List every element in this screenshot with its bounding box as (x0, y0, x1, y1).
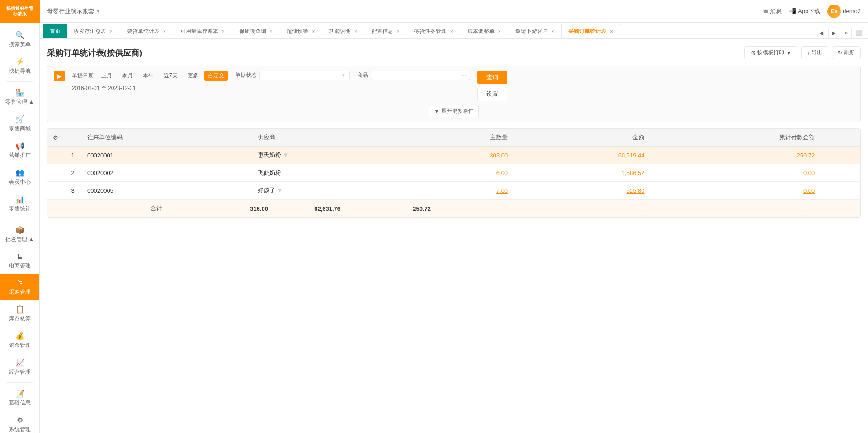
sidebar-item-basic[interactable]: 📝 基础信息 (0, 385, 39, 411)
sidebar-item-retail[interactable]: 🏪 零售管理 ▲ (0, 84, 39, 110)
paid-amount-link-1[interactable]: 259.72 (797, 152, 815, 159)
print-button[interactable]: 🖨 按模板打印 ▼ (744, 46, 797, 59)
table-row[interactable]: 1 00020001 惠氏奶粉 ▼ 303.00 60,519.44 (47, 147, 860, 164)
td-extra-2 (820, 164, 860, 182)
sidebar-item-retail-shop[interactable]: 🛒 零售商城 (0, 110, 39, 137)
marketing-icon: 📢 (15, 142, 24, 150)
date-shortcut-this-month[interactable]: 本月 (118, 71, 137, 81)
td-supplier-1: 惠氏奶粉 ▼ (252, 147, 407, 164)
export-button[interactable]: ↑ 导出 (801, 46, 828, 59)
tab-close-purchase-order-stats[interactable]: × (609, 28, 613, 35)
td-extra-1 (820, 147, 860, 164)
tab-overstock-warning[interactable]: 超储预警 × (280, 24, 322, 38)
page-content: 采购订单统计表(按供应商) 🖨 按模板打印 ▼ ↑ 导出 ↻ 刷新 (40, 39, 868, 433)
table-row[interactable]: 3 00020005 好孩子 ▼ 7.00 525.80 (47, 182, 860, 200)
sidebar-item-quick-nav[interactable]: ⚡ 快捷导航 (0, 53, 39, 80)
tab-scroll-left[interactable]: ◀ (816, 28, 826, 38)
footer-label: 合计 (151, 205, 205, 213)
account-switcher[interactable]: 母婴行业演示账套 ▼ (47, 7, 100, 15)
td-check-2[interactable] (47, 164, 64, 182)
topbar-left: 母婴行业演示账套 ▼ (47, 7, 100, 15)
tab-function-desc[interactable]: 功能说明 × (322, 24, 365, 38)
expand-more-button[interactable]: ▼ 展开更多条件 (429, 105, 479, 117)
sidebar-item-retail-stats[interactable]: 📊 零售统计 (0, 190, 39, 217)
td-check-1[interactable] (47, 147, 64, 164)
tab-cost-adjust[interactable]: 成本调整单 × (461, 24, 509, 38)
td-paid-amount-2: 0.00 (650, 164, 820, 182)
tab-purchase-order-stats[interactable]: 采购订单统计表 × (561, 24, 620, 38)
filter-toggle-arrow[interactable]: ▶ (54, 71, 65, 81)
date-shortcut-last-month[interactable]: 上月 (97, 71, 116, 81)
tab-close-invite-downstream[interactable]: × (551, 28, 555, 35)
data-table-wrapper: ⚙ 往来单位编码 供应商 主数量 金额 累计付款金额 (47, 128, 861, 218)
th-gear[interactable]: ⚙ (47, 129, 64, 147)
tab-close-expiry-query[interactable]: × (269, 28, 274, 35)
td-main-qty-2: 6.00 (407, 164, 514, 182)
date-shortcut-this-year[interactable]: 本年 (139, 71, 158, 81)
app-download-button[interactable]: 📲 App下载 (789, 7, 820, 15)
settings-button[interactable]: 设置 (477, 87, 507, 101)
amount-link-1[interactable]: 60,519.44 (618, 152, 645, 159)
message-button[interactable]: ✉ 消息 (763, 7, 782, 15)
amount-link-3[interactable]: 525.80 (627, 187, 645, 194)
table-row[interactable]: 2 00020002 飞鹤奶粉 6.00 1,586.52 0.00 (47, 164, 860, 182)
tab-receive-summary[interactable]: 收发存汇总表 × (67, 24, 120, 38)
tab-available-inventory[interactable]: 可用量库存账本 × (174, 24, 232, 38)
main-qty-link-3[interactable]: 7.00 (496, 187, 508, 194)
td-check-3[interactable] (47, 182, 64, 200)
tab-close-receive-summary[interactable]: × (109, 28, 113, 35)
td-amount-2: 1,586.52 (513, 164, 650, 182)
footer-values: 316.00 62,631.76 259.72 (205, 205, 855, 212)
sidebar-item-purchase[interactable]: 🛍 采购管理 (0, 274, 39, 300)
tab-purchase-stats[interactable]: 要货单统计表 × (120, 24, 174, 38)
sidebar-item-system[interactable]: ⚙ 系统管理 (0, 411, 39, 433)
tab-close-overstock-warning[interactable]: × (311, 28, 316, 35)
main-qty-link-1[interactable]: 303.00 (490, 152, 508, 159)
message-icon: ✉ (763, 8, 768, 14)
tab-close-function-desc[interactable]: × (354, 28, 358, 35)
paid-amount-link-3[interactable]: 0.00 (803, 187, 815, 194)
sidebar-item-wholesale[interactable]: 📦 批发管理 ▲ (0, 221, 39, 248)
expand-arrow-3[interactable]: ▼ (277, 187, 283, 194)
sidebar-item-member[interactable]: 👥 会员中心 (0, 164, 39, 190)
tab-config-info[interactable]: 配置信息 × (365, 24, 407, 38)
main-qty-link-2[interactable]: 6.00 (496, 170, 508, 176)
date-shortcut-more[interactable]: 更多 (184, 71, 203, 81)
sidebar-item-operations[interactable]: 📈 经营管理 (0, 354, 39, 381)
tab-scroll-right[interactable]: ▶ (828, 28, 839, 38)
sidebar-item-ecommerce[interactable]: 🖥 电商管理 (0, 248, 39, 274)
logo: 畅捷通好生意标准版 (0, 0, 40, 23)
data-table: ⚙ 往来单位编码 供应商 主数量 金额 累计付款金额 (47, 129, 860, 200)
status-select[interactable]: ▼ (259, 71, 350, 80)
date-shortcut-custom[interactable]: 自定义 (204, 71, 228, 81)
td-supplier-code-3: 00020005 (82, 182, 252, 200)
td-extra-3 (820, 182, 860, 200)
tab-close-available-inventory[interactable]: × (221, 28, 226, 35)
query-button[interactable]: 查询 (477, 71, 507, 84)
sidebar-item-marketing[interactable]: 📢 营销推广 (0, 137, 39, 164)
date-shortcut-7days[interactable]: 近7天 (160, 71, 182, 81)
refresh-button[interactable]: ↻ 刷新 (832, 46, 861, 59)
user-menu[interactable]: Ea demo2 (827, 5, 861, 18)
goods-input[interactable]: ··· (371, 71, 470, 80)
tab-close-config-info[interactable]: × (396, 28, 401, 35)
tab-expiry-query[interactable]: 保质期查询 × (232, 24, 280, 38)
sidebar-item-inventory[interactable]: 📋 库存核算 (0, 300, 39, 327)
tab-invite-downstream[interactable]: 邀请下游客户 × (509, 24, 562, 38)
sidebar-item-finance[interactable]: 💰 资金管理 (0, 327, 39, 354)
tab-maximize[interactable]: ⬜ (854, 28, 864, 38)
amount-link-2[interactable]: 1,586.52 (622, 170, 645, 176)
sidebar-item-search[interactable]: 🔍 搜索英单 (0, 26, 39, 53)
search-icon: 🔍 (15, 31, 24, 39)
expand-arrow-1[interactable]: ▼ (283, 152, 288, 158)
td-supplier-code-2: 00020002 (82, 164, 252, 182)
tab-close-all[interactable]: × (841, 28, 852, 38)
paid-amount-link-2[interactable]: 0.00 (803, 170, 815, 176)
tab-picking-task[interactable]: 拣货任务管理 × (407, 24, 461, 38)
td-num-1: 1 (64, 147, 82, 164)
tab-close-cost-adjust[interactable]: × (497, 28, 502, 35)
sidebar-menu: 🔍 搜索英单 ⚡ 快捷导航 🏪 零售管理 ▲ 🛒 零售商城 📢 营销推广 👥 会… (0, 23, 39, 433)
tab-close-purchase-stats[interactable]: × (162, 28, 167, 35)
tab-home[interactable]: 首页 (43, 24, 67, 38)
tab-close-picking-task[interactable]: × (449, 28, 454, 35)
